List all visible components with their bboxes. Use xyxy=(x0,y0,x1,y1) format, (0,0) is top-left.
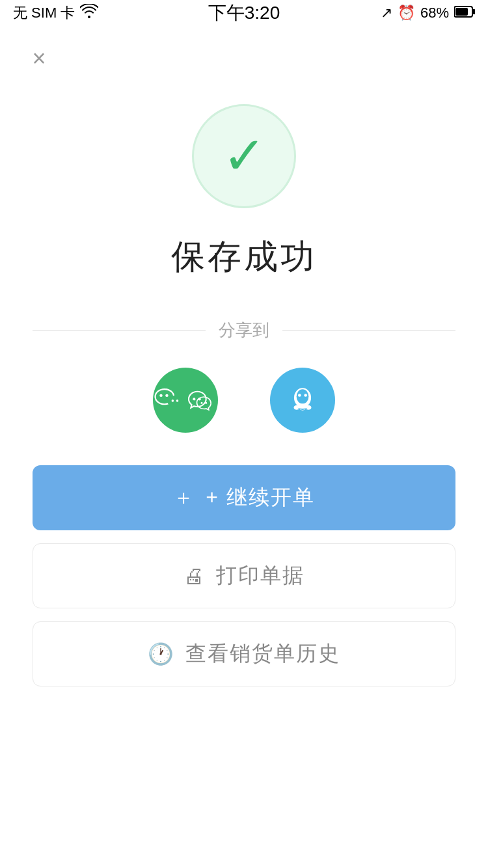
wechat-share-button[interactable] xyxy=(153,368,218,433)
checkmark-icon: ✓ xyxy=(223,130,266,182)
svg-point-18 xyxy=(297,404,309,409)
close-icon: × xyxy=(32,47,46,70)
history-button[interactable]: 🕐 查看销货单历史 xyxy=(33,621,455,686)
battery-text: 68% xyxy=(420,5,449,21)
status-left: 无 SIM 卡 xyxy=(13,3,98,23)
wechat-icon xyxy=(153,382,185,418)
svg-point-9 xyxy=(176,400,179,402)
svg-point-12 xyxy=(201,402,203,404)
svg-point-15 xyxy=(297,389,309,403)
share-section: 分享到 xyxy=(33,319,455,433)
wechat-logo xyxy=(185,382,218,418)
location-icon: ↗ xyxy=(381,5,392,21)
main-content: ✓ 保存成功 分享到 xyxy=(0,91,488,868)
svg-rect-1 xyxy=(472,9,475,14)
qq-share-button[interactable] xyxy=(270,368,335,433)
history-label: 查看销货单历史 xyxy=(185,640,340,668)
close-button[interactable]: × xyxy=(20,39,59,78)
qq-icon xyxy=(284,382,321,418)
print-label: 打印单据 xyxy=(216,562,305,590)
svg-point-7 xyxy=(168,396,182,407)
battery-icon xyxy=(454,5,475,21)
svg-point-13 xyxy=(205,402,207,404)
svg-point-6 xyxy=(165,394,168,397)
status-right: ↗ ⏰ 68% xyxy=(381,5,475,21)
print-button[interactable]: 🖨 打印单据 xyxy=(33,543,455,608)
svg-point-17 xyxy=(304,394,307,397)
svg-point-8 xyxy=(172,400,174,402)
plus-icon: ＋ xyxy=(173,483,195,512)
action-buttons: ＋ + 继续开单 🖨 打印单据 🕐 查看销货单历史 xyxy=(33,465,455,686)
success-title: 保存成功 xyxy=(171,234,317,280)
svg-point-5 xyxy=(159,394,162,397)
share-label: 分享到 xyxy=(219,319,269,342)
signal-text: 无 SIM 卡 xyxy=(13,3,75,23)
print-icon: 🖨 xyxy=(183,564,206,588)
continue-button[interactable]: ＋ + 继续开单 xyxy=(33,465,455,530)
share-icons xyxy=(33,368,455,433)
alarm-icon: ⏰ xyxy=(398,5,415,21)
svg-point-16 xyxy=(298,394,301,397)
status-bar: 无 SIM 卡 下午3:20 ↗ ⏰ 68% xyxy=(0,0,488,26)
wifi-icon xyxy=(80,4,98,22)
continue-label: + 继续开单 xyxy=(206,483,315,512)
success-icon-circle: ✓ xyxy=(192,104,296,208)
svg-point-10 xyxy=(193,398,195,400)
svg-rect-2 xyxy=(455,8,468,16)
history-icon: 🕐 xyxy=(148,642,175,666)
share-divider: 分享到 xyxy=(33,319,455,342)
status-time: 下午3:20 xyxy=(208,1,280,25)
